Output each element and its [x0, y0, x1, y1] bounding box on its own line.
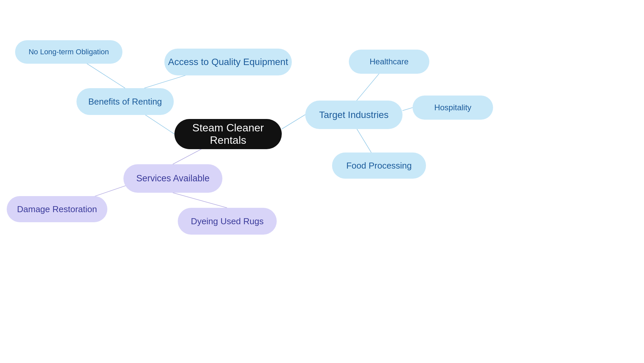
svg-line-5	[402, 108, 413, 111]
dyeing-rugs-node: Dyeing Used Rugs	[178, 208, 277, 235]
quality-equipment-node: Access to Quality Equipment	[164, 49, 292, 75]
no-obligation-node: No Long-term Obligation	[15, 40, 122, 64]
center-node: Steam Cleaner Rentals	[174, 119, 282, 149]
svg-line-7	[173, 149, 201, 164]
food-processing-node: Food Processing	[332, 153, 426, 179]
hospitality-node: Hospitality	[413, 96, 493, 120]
damage-restoration-node: Damage Restoration	[7, 196, 107, 222]
target-industries-node: Target Industries	[305, 101, 402, 129]
svg-line-9	[173, 193, 227, 208]
healthcare-node: Healthcare	[349, 50, 429, 74]
svg-line-3	[282, 115, 305, 129]
benefits-node: Benefits of Renting	[76, 88, 174, 115]
services-available-node: Services Available	[123, 164, 222, 193]
